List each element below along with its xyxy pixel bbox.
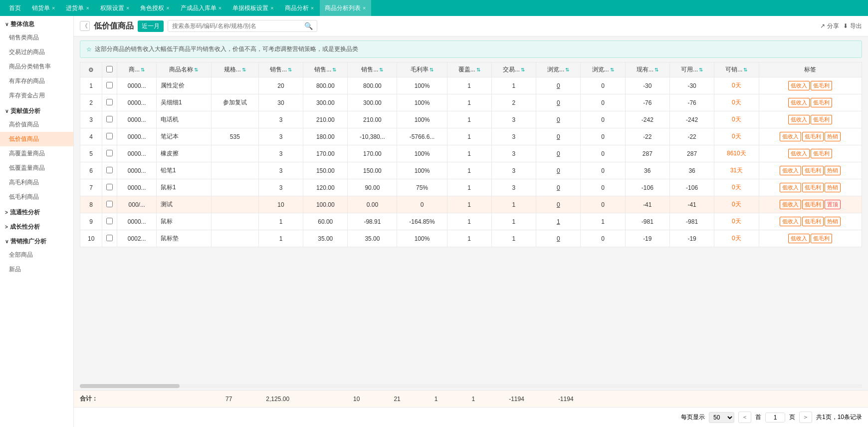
row-checkbox[interactable] [106,150,113,156]
row-checkbox[interactable] [106,167,113,173]
sort-icon-browse1[interactable]: ⇅ [565,67,569,72]
sidebar-item-traded-products[interactable]: 交易过的商品 [0,45,73,59]
sidebar-group-growth[interactable]: > 成长性分析 [0,219,73,233]
sidebar-item-new-products[interactable]: 新品 [0,262,73,277]
nav-sales[interactable]: 销货单 × [27,0,60,16]
cell-checkbox[interactable] [102,162,117,179]
scrollbar-thumb[interactable] [80,384,180,388]
settings-icon[interactable]: ⚙ [88,66,94,73]
cell-checkbox[interactable] [102,196,117,213]
sort-icon-sale1[interactable]: ⇅ [288,67,292,72]
nav-close-purchase[interactable]: × [86,5,89,11]
table-wrapper[interactable]: ⚙ 商...⇅ 商品名称⇅ 规格...⇅ 销售...⇅ 销售...⇅ 销售...… [74,62,868,384]
nav-close-analysis-list[interactable]: × [363,5,366,11]
sort-icon-current[interactable]: ⇅ [654,67,658,72]
sidebar-item-capital-occupation[interactable]: 库存资金占用 [0,88,73,103]
cell-browse1[interactable]: 0 [536,94,581,111]
browse-link[interactable]: 0 [557,82,560,89]
cell-checkbox[interactable] [102,94,117,111]
sidebar-item-high-margin[interactable]: 高毛利商品 [0,175,73,190]
next-page-button[interactable]: ＞ [799,412,812,423]
col-settings[interactable]: ⚙ [80,62,102,77]
browse-link[interactable]: 0 [557,235,560,242]
sidebar-item-all-products[interactable]: 全部商品 [0,248,73,262]
browse-link[interactable]: 0 [557,150,560,157]
sidebar-item-low-value[interactable]: 低价值商品 [0,132,73,146]
nav-analysis-list[interactable]: 商品分析列表 × [320,0,371,16]
sidebar-group-contribution[interactable]: ∨ 贡献值分析 [0,103,73,117]
cell-browse1[interactable]: 0 [536,230,581,247]
page-number-input[interactable] [765,413,785,423]
row-checkbox[interactable] [106,133,113,139]
cell-browse1[interactable]: 0 [536,145,581,162]
sort-icon-cover[interactable]: ⇅ [476,67,480,72]
browse-link[interactable]: 0 [557,167,560,174]
row-checkbox[interactable] [106,116,113,122]
nav-close-sales[interactable]: × [52,5,55,11]
nav-close-role[interactable]: × [166,5,169,11]
nav-home[interactable]: 首页 [4,0,26,16]
sort-icon-usable[interactable]: ⇅ [699,67,703,72]
search-input[interactable] [172,22,304,29]
browse-link[interactable]: 0 [557,184,560,191]
sidebar-item-category-sales[interactable]: 商品分类销售率 [0,59,73,74]
cell-browse1[interactable]: 0 [536,162,581,179]
cell-checkbox[interactable] [102,111,117,128]
row-checkbox[interactable] [106,218,113,224]
sidebar-group-overview[interactable]: ∨ 整体信息 [0,16,73,30]
share-button[interactable]: ↗ 分享 [820,22,839,30]
cell-checkbox[interactable] [102,77,117,94]
nav-role[interactable]: 角色授权 × [135,0,174,16]
sort-icon-code[interactable]: ⇅ [141,67,145,72]
search-icon[interactable]: 🔍 [304,22,313,30]
sidebar-item-high-value[interactable]: 高价值商品 [0,117,73,132]
sort-icon-name[interactable]: ⇅ [194,67,198,72]
sidebar-item-low-margin[interactable]: 低毛利商品 [0,190,73,204]
row-checkbox[interactable] [106,201,113,207]
sidebar-group-circulation[interactable]: > 流通性分析 [0,204,73,219]
sort-icon-spec[interactable]: ⇅ [242,67,246,72]
browse-link[interactable]: 0 [557,99,560,106]
export-button[interactable]: ⬇ 导出 [843,22,862,30]
browse-link[interactable]: 1 [557,218,560,225]
row-checkbox[interactable] [106,235,113,241]
cell-checkbox[interactable] [102,179,117,196]
filter-button[interactable]: 近一月 [138,20,164,32]
cell-checkbox[interactable] [102,213,117,230]
nav-close-inbound[interactable]: × [218,5,221,11]
nav-close-product-analysis[interactable]: × [311,5,314,11]
browse-link[interactable]: 0 [557,116,560,123]
sidebar-item-stocked-products[interactable]: 有库存的商品 [0,74,73,88]
cell-browse1[interactable]: 0 [536,111,581,128]
browse-link[interactable]: 0 [557,201,560,208]
horizontal-scrollbar[interactable] [80,384,862,388]
row-checkbox[interactable] [106,82,113,88]
cell-browse1[interactable]: 1 [536,213,581,230]
cell-browse1[interactable]: 0 [536,128,581,145]
sort-icon-browse2[interactable]: ⇅ [610,67,614,72]
row-checkbox[interactable] [106,99,113,105]
cell-browse1[interactable]: 0 [536,179,581,196]
sort-icon-sale3[interactable]: ⇅ [379,67,383,72]
nav-purchase[interactable]: 进货单 × [61,0,94,16]
sort-icon-saleable[interactable]: ⇅ [743,67,747,72]
sidebar-item-low-coverage[interactable]: 低覆盖量商品 [0,161,73,175]
sidebar-group-marketing[interactable]: ∨ 营销推广分析 [0,233,73,248]
sidebar-item-high-coverage[interactable]: 高覆盖量商品 [0,146,73,161]
cell-browse1[interactable]: 0 [536,196,581,213]
row-checkbox[interactable] [106,184,113,190]
nav-close-template[interactable]: × [270,5,273,11]
cell-checkbox[interactable] [102,145,117,162]
cell-checkbox[interactable] [102,230,117,247]
sort-icon-trade[interactable]: ⇅ [521,67,525,72]
sidebar-item-sales-products[interactable]: 销售类商品 [0,30,73,45]
nav-permission[interactable]: 权限设置 × [95,0,134,16]
first-page-button[interactable]: ＜ [738,412,751,423]
nav-product-analysis[interactable]: 商品分析 × [280,0,319,16]
sort-icon-gross[interactable]: ⇅ [430,67,434,72]
nav-template[interactable]: 单据模板设置 × [227,0,278,16]
cell-browse1[interactable]: 0 [536,77,581,94]
cell-checkbox[interactable] [102,128,117,145]
collapse-sidebar-button[interactable]: 《 [80,21,90,31]
sort-icon-sale2[interactable]: ⇅ [332,67,336,72]
